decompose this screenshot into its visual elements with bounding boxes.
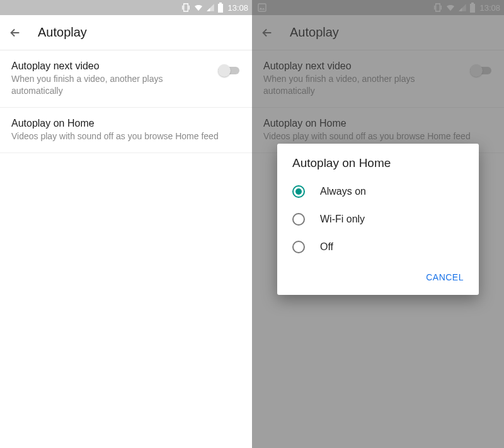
option-always-on[interactable]: Always on [277,178,479,205]
vibrate-icon [181,3,191,13]
app-bar: Autoplay [0,15,252,50]
dialog-title: Autoplay on Home [277,144,479,178]
wifi-icon [193,3,203,13]
cancel-button[interactable]: CANCEL [421,267,469,287]
page-title: Autoplay [38,25,87,40]
status-bar: 13:08 [0,0,252,15]
option-label: Off [320,241,333,253]
status-time: 13:08 [227,3,248,13]
signal-icon [206,3,215,12]
setting-title: Autoplay next video [11,60,210,72]
setting-subtitle: Videos play with sound off as you browse… [11,130,241,142]
setting-subtitle: When you finish a video, another plays a… [11,73,210,97]
setting-title: Autoplay on Home [11,118,241,129]
dialog-actions: CANCEL [277,261,479,290]
back-button[interactable] [8,25,23,40]
option-label: Wi-Fi only [320,214,365,225]
radio-icon [292,213,305,226]
option-off[interactable]: Off [277,233,479,261]
setting-autoplay-next-video[interactable]: Autoplay next video When you finish a vi… [0,50,252,108]
dialog-autoplay-on-home: Autoplay on Home Always on Wi-Fi only Of… [277,144,479,295]
screen-settings-dialog: 13:08 Autoplay Autoplay next video When … [252,0,504,448]
option-wifi-only[interactable]: Wi-Fi only [277,205,479,233]
screen-settings: 13:08 Autoplay Autoplay next video When … [0,0,252,448]
toggle-autoplay-next-video[interactable] [218,64,241,77]
radio-icon [292,241,305,253]
battery-icon [217,3,224,13]
radio-icon [292,185,305,198]
setting-autoplay-on-home[interactable]: Autoplay on Home Videos play with sound … [0,108,252,153]
option-label: Always on [320,186,366,197]
